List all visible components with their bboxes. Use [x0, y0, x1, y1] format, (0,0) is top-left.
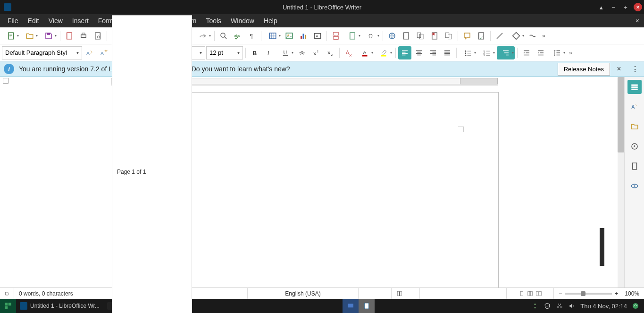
toolbar-overflow-button[interactable]: »	[540, 33, 547, 39]
bullet-list-button[interactable]	[459, 46, 477, 59]
spellcheck-button[interactable]: abc	[231, 29, 244, 42]
new-style-button[interactable]: A✳	[97, 46, 110, 59]
start-menu-button[interactable]	[0, 299, 16, 313]
insert-hyperlink-button[interactable]	[385, 29, 399, 42]
insert-special-char-button[interactable]: Ω	[362, 29, 380, 42]
print-preview-button[interactable]	[91, 29, 104, 42]
insert-line-button[interactable]	[493, 29, 506, 42]
find-replace-button[interactable]	[217, 29, 230, 42]
insert-endnote-button[interactable]	[414, 29, 427, 42]
status-selection-mode[interactable]	[392, 288, 420, 299]
status-signature[interactable]	[420, 288, 507, 299]
menu-file[interactable]: File	[3, 15, 23, 26]
release-notes-button[interactable]: Release Notes	[558, 63, 610, 76]
notification-close-button[interactable]: ×	[614, 64, 624, 74]
scroll-thumb[interactable]	[618, 77, 624, 152]
volume-icon[interactable]	[568, 302, 576, 310]
status-insert-mode[interactable]	[359, 288, 392, 299]
open-button[interactable]	[21, 29, 39, 42]
align-left-button[interactable]	[398, 46, 411, 59]
menu-edit[interactable]: Edit	[23, 15, 44, 26]
zoom-in-button[interactable]: +	[615, 290, 618, 297]
insert-image-button[interactable]	[283, 29, 296, 42]
zoom-out-button[interactable]: −	[559, 290, 562, 297]
decrease-indent-button[interactable]	[534, 46, 547, 59]
taskbar-item-app[interactable]	[359, 299, 375, 313]
insert-table-button[interactable]	[264, 29, 282, 42]
notification-menu-button[interactable]: ⋮	[630, 64, 640, 74]
sidebar-navigator-button[interactable]	[627, 139, 642, 153]
sidebar-inspector-button[interactable]	[627, 179, 642, 193]
strikethrough-button[interactable]: S	[295, 46, 309, 59]
export-pdf-button[interactable]	[63, 29, 76, 42]
taskbar-item-writer[interactable]: Untitled 1 - LibreOffice Wr...	[16, 299, 103, 313]
insert-cross-ref-button[interactable]	[442, 29, 455, 42]
highlight-color-button[interactable]	[375, 46, 393, 59]
align-right-button[interactable]	[427, 46, 440, 59]
draw-functions-button[interactable]	[526, 29, 539, 42]
basic-shapes-button[interactable]	[507, 29, 525, 42]
sidebar-page-button[interactable]	[627, 159, 642, 173]
new-document-button[interactable]	[2, 29, 20, 42]
vertical-scrollbar[interactable]	[618, 77, 624, 288]
security-icon[interactable]	[544, 302, 551, 310]
line-spacing-button[interactable]	[548, 46, 566, 59]
insert-comment-button[interactable]	[460, 29, 474, 42]
status-save-icon[interactable]	[0, 288, 14, 299]
redo-button[interactable]	[194, 29, 212, 42]
window-maximize-button[interactable]: +	[621, 3, 630, 11]
clear-formatting-button[interactable]: A	[342, 46, 355, 59]
sidebar-toggle-handle[interactable]	[600, 228, 604, 266]
single-page-icon[interactable]	[519, 290, 525, 297]
align-center-button[interactable]	[412, 46, 426, 59]
font-color-button[interactable]: A	[356, 46, 374, 59]
save-button[interactable]	[40, 29, 58, 42]
formatting-marks-button[interactable]: ¶	[245, 29, 259, 42]
subscript-button[interactable]: X2	[324, 46, 337, 59]
multi-page-icon[interactable]	[527, 290, 534, 297]
font-size-combo[interactable]: 12 pt	[206, 46, 243, 59]
menu-help[interactable]: Help	[259, 15, 282, 26]
menu-window[interactable]: Window	[226, 15, 259, 26]
window-minimize-button[interactable]: −	[609, 3, 618, 11]
superscript-button[interactable]: X2	[309, 46, 323, 59]
italic-button[interactable]: I	[262, 46, 276, 59]
align-justify-button[interactable]	[441, 46, 454, 59]
taskbar-item-desktop[interactable]	[343, 299, 359, 313]
menu-insert[interactable]: Insert	[67, 15, 93, 26]
status-view-layout[interactable]	[507, 288, 554, 299]
menu-view[interactable]: View	[44, 15, 67, 26]
tab-stop-selector[interactable]	[3, 78, 8, 84]
formatting-overflow-button[interactable]: »	[567, 50, 574, 56]
status-language[interactable]: English (USA)	[248, 288, 359, 299]
clipboard-icon[interactable]	[556, 302, 563, 310]
window-shade-button[interactable]: ▴	[597, 3, 605, 11]
zoom-slider[interactable]	[565, 293, 612, 295]
insert-footnote-button[interactable]	[400, 29, 413, 42]
numbered-list-button[interactable]: 123	[478, 46, 496, 59]
status-page[interactable]: Page 1 of 1	[112, 15, 192, 313]
paragraph-style-combo[interactable]: Default Paragraph Styl	[2, 46, 82, 59]
insert-textbox-button[interactable]: A	[311, 29, 324, 42]
status-word-count[interactable]: 0 words, 0 characters	[14, 288, 123, 299]
updates-icon[interactable]	[531, 302, 539, 310]
sidebar-gallery-button[interactable]	[627, 119, 642, 134]
window-close-button[interactable]: ×	[634, 3, 642, 11]
insert-chart-button[interactable]	[297, 29, 310, 42]
update-style-button[interactable]: A	[83, 46, 96, 59]
outline-list-button[interactable]	[497, 46, 515, 59]
taskbar-clock[interactable]: Thu 4 Nov, 02:14	[580, 303, 627, 310]
track-changes-button[interactable]	[475, 29, 488, 42]
insert-field-button[interactable]	[343, 29, 361, 42]
menu-tools[interactable]: Tools	[201, 15, 226, 26]
sync-icon[interactable]	[632, 302, 639, 310]
bold-button[interactable]: B	[248, 46, 261, 59]
insert-bookmark-button[interactable]	[428, 29, 441, 42]
book-view-icon[interactable]	[535, 290, 542, 297]
sidebar-styles-button[interactable]: A	[627, 100, 642, 114]
print-button[interactable]	[77, 29, 90, 42]
insert-page-break-button[interactable]	[329, 29, 343, 42]
zoom-value[interactable]: 100%	[625, 290, 639, 297]
sidebar-properties-button[interactable]	[627, 80, 642, 94]
underline-button[interactable]: U	[276, 46, 294, 59]
